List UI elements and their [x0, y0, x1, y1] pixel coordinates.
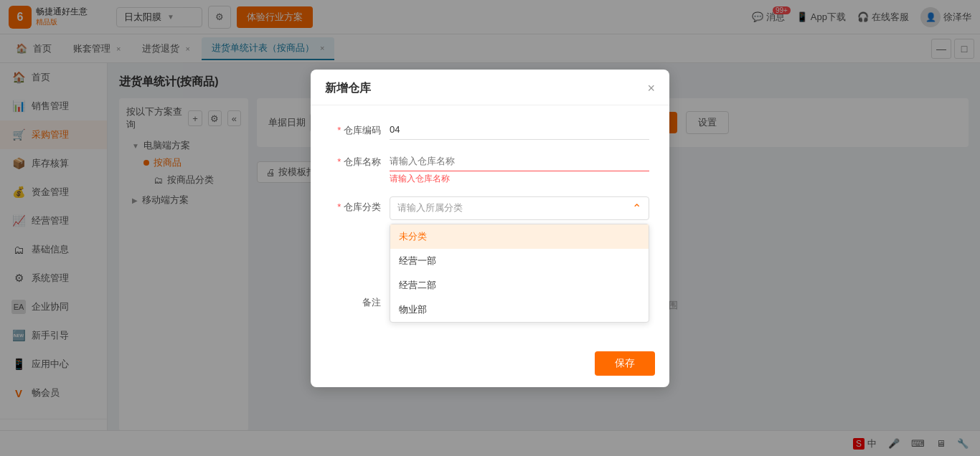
category-select[interactable]: 请输入所属分类 ⌃: [390, 196, 649, 220]
dropdown-item-dept1[interactable]: 经营一部: [390, 249, 649, 273]
category-control: 请输入所属分类 ⌃ 未分类 经营一部 经营二部 物业部: [390, 196, 649, 220]
dialog-header: 新增仓库 ×: [311, 70, 669, 105]
dialog-footer: 保存: [311, 343, 669, 387]
new-warehouse-dialog: 新增仓库 × 仓库编码 仓库名称 请输入仓库名称 仓库分类: [311, 70, 669, 387]
category-field-row: 仓库分类 请输入所属分类 ⌃ 未分类 经营一部 经营二部 物业部: [331, 196, 649, 220]
dropdown-item-unclassified[interactable]: 未分类: [390, 224, 649, 249]
dialog-title: 新增仓库: [325, 81, 371, 96]
dialog-body: 仓库编码 仓库名称 请输入仓库名称 仓库分类 请输入所属分类: [311, 105, 669, 343]
dialog-close-button[interactable]: ×: [647, 82, 655, 95]
chevron-up-icon: ⌃: [632, 201, 641, 215]
dialog-overlay[interactable]: 新增仓库 × 仓库编码 仓库名称 请输入仓库名称 仓库分类: [0, 0, 980, 456]
code-field-row: 仓库编码: [331, 120, 649, 140]
save-button[interactable]: 保存: [595, 351, 655, 376]
name-error-msg: 请输入仓库名称: [390, 173, 649, 185]
code-label: 仓库编码: [331, 120, 381, 137]
name-label: 仓库名称: [331, 151, 381, 168]
category-label: 仓库分类: [331, 196, 381, 214]
dropdown-item-dept2[interactable]: 经营二部: [390, 273, 649, 298]
code-control: [390, 120, 649, 140]
dropdown-item-dept3[interactable]: 物业部: [390, 298, 649, 322]
name-input[interactable]: [390, 151, 649, 171]
category-dropdown: 未分类 经营一部 经营二部 物业部: [390, 224, 649, 323]
name-field-row: 仓库名称 请输入仓库名称: [331, 151, 649, 185]
name-control: 请输入仓库名称: [390, 151, 649, 185]
note-label: 备注: [331, 292, 381, 309]
code-input[interactable]: [390, 120, 649, 140]
